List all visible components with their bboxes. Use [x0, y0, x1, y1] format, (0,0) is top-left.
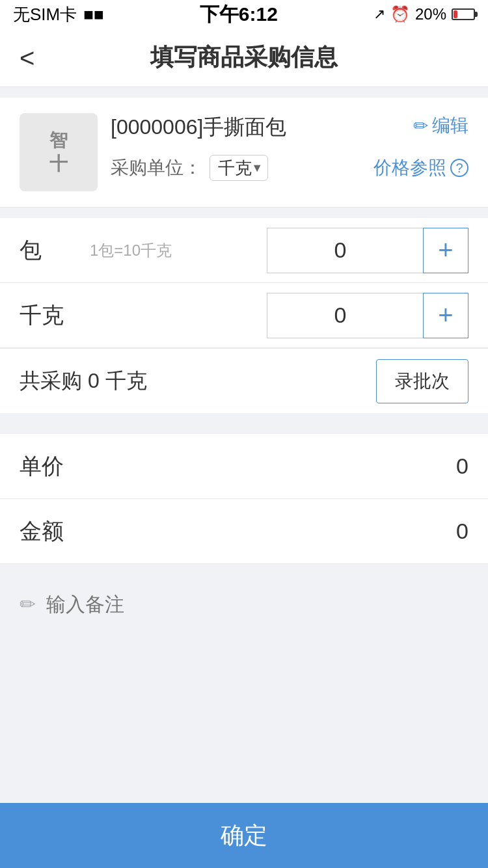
status-bar: 无SIM卡 ■■ 下午6:12 ↗ ⏰ 20%: [0, 0, 488, 29]
bag-row: 包 1包=10千克 +: [0, 218, 488, 283]
alarm-icon: ⏰: [390, 5, 410, 23]
kg-label: 千克: [20, 301, 85, 331]
product-unit-row: 采购单位： 千克 价格参照 ?: [111, 155, 468, 181]
section-divider-2: [0, 413, 488, 424]
unit-select[interactable]: 千克: [210, 155, 268, 181]
total-row: 共采购 0 千克 录批次: [0, 348, 488, 413]
logo-text: 智 十: [49, 129, 68, 176]
input-section: 包 1包=10千克 + 千克 +: [0, 218, 488, 348]
product-card: 智 十 [0000006]手撕面包 ✏ 编辑 采购单位： 千克 价格参照 ?: [0, 98, 488, 208]
unit-price-value: 0: [456, 454, 468, 479]
bottom-area: [0, 634, 488, 829]
amount-value: 0: [456, 519, 468, 544]
price-section: 单价 0 金额 0: [0, 434, 488, 564]
status-time: 下午6:12: [200, 1, 278, 28]
status-left: 无SIM卡 ■■: [13, 3, 104, 26]
unit-price-label: 单价: [20, 452, 64, 481]
section-divider-1: [0, 208, 488, 218]
edit-label: 编辑: [432, 113, 468, 138]
note-section[interactable]: ✏: [0, 575, 488, 634]
note-input[interactable]: [46, 593, 468, 616]
battery-percent: 20%: [415, 5, 446, 23]
amount-row: 金额 0: [0, 499, 488, 564]
unit-select-wrapper[interactable]: 千克: [210, 155, 268, 181]
bag-sublabel: 1包=10千克: [90, 240, 172, 261]
price-ref-label: 价格参照: [373, 156, 446, 180]
price-ref-button[interactable]: 价格参照 ?: [373, 156, 468, 180]
carrier-label: 无SIM卡: [13, 3, 77, 26]
pencil-icon: ✏: [20, 593, 36, 616]
help-icon: ?: [450, 159, 468, 177]
unit-label: 采购单位：: [111, 156, 202, 180]
page-title: 填写商品采购信息: [150, 42, 338, 74]
back-button[interactable]: <: [20, 45, 34, 71]
location-icon: ↗: [373, 6, 385, 23]
nav-bar: < 填写商品采购信息: [0, 29, 488, 87]
edit-icon: ✏: [413, 115, 428, 137]
amount-label: 金额: [20, 517, 64, 547]
total-label: 共采购 0 千克: [20, 367, 147, 396]
product-info: [0000006]手撕面包 ✏ 编辑 采购单位： 千克 价格参照 ?: [111, 113, 468, 181]
batch-button[interactable]: 录批次: [376, 359, 468, 403]
kg-input-group: +: [267, 293, 468, 338]
edit-button[interactable]: ✏ 编辑: [413, 113, 468, 138]
kg-plus-button[interactable]: +: [423, 293, 468, 338]
kg-row: 千克 +: [0, 283, 488, 348]
wifi-icon: ■■: [83, 5, 103, 25]
bag-quantity-input[interactable]: [267, 228, 423, 273]
product-top: [0000006]手撕面包 ✏ 编辑: [111, 113, 468, 142]
bag-plus-button[interactable]: +: [423, 228, 468, 273]
kg-quantity-input[interactable]: [267, 293, 423, 338]
status-right: ↗ ⏰ 20%: [373, 5, 475, 23]
unit-price-row: 单价 0: [0, 434, 488, 499]
battery-icon: [452, 8, 475, 20]
bag-label: 包: [20, 236, 85, 265]
confirm-button[interactable]: 确定: [0, 803, 488, 868]
bag-input-group: +: [267, 228, 468, 273]
product-name: [0000006]手撕面包: [111, 113, 286, 142]
product-logo: 智 十: [20, 113, 98, 191]
